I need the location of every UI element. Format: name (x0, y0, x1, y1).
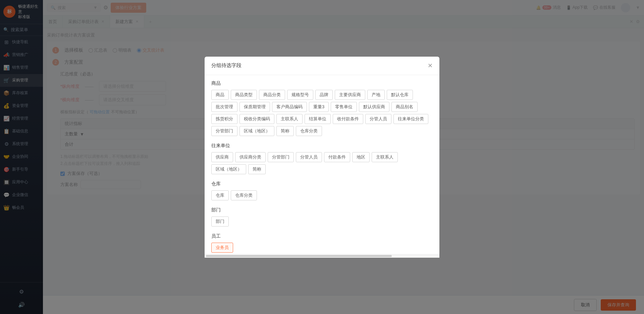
field-tag-0-17[interactable]: 主联系人 (276, 114, 303, 124)
field-tag-1-8[interactable]: 简称 (248, 164, 266, 174)
field-tag-0-21[interactable]: 往来单位分类 (393, 114, 428, 124)
field-tag-0-8[interactable]: 批次管理 (211, 102, 237, 112)
field-tag-0-22[interactable]: 分管部门 (211, 126, 237, 136)
field-tag-1-3[interactable]: 分管人员 (296, 152, 322, 162)
field-tag-0-3[interactable]: 规格型号 (287, 90, 313, 100)
field-group-title-4: 员工 (211, 233, 433, 239)
field-tag-0-6[interactable]: 产地 (367, 90, 385, 100)
field-tag-0-11[interactable]: 重量3 (309, 102, 329, 112)
field-group-title-2: 仓库 (211, 181, 433, 187)
field-tag-0-14[interactable]: 商品别名 (391, 102, 418, 112)
field-group-员工: 员工业务员 (211, 233, 433, 253)
field-tags-1: 供应商供应商分类分管部门分管人员付款条件地区主联系人区域（地区）简称 (211, 152, 433, 174)
field-group-仓库: 仓库仓库仓库分类 (211, 181, 433, 200)
field-tag-0-13[interactable]: 默认供应商 (359, 102, 389, 112)
field-tags-0: 商品商品类型商品分类规格型号品牌主要供应商产地默认仓库批次管理保质期管理客户商品… (211, 90, 433, 136)
field-group-title-3: 部门 (211, 207, 433, 213)
field-tag-1-5[interactable]: 地区 (352, 152, 370, 162)
field-tag-0-1[interactable]: 商品类型 (231, 90, 257, 100)
field-tags-4: 业务员 (211, 243, 433, 253)
field-tag-2-0[interactable]: 仓库 (211, 190, 229, 200)
field-tag-0-5[interactable]: 主要供应商 (335, 90, 365, 100)
field-group-title-1: 往来单位 (211, 143, 433, 149)
field-tag-0-20[interactable]: 分管人员 (365, 114, 391, 124)
field-group-往来单位: 往来单位供应商供应商分类分管部门分管人员付款条件地区主联系人区域（地区）简称 (211, 143, 433, 174)
field-tags-3: 部门 (211, 216, 433, 227)
field-tag-1-7[interactable]: 区域（地区） (211, 164, 246, 174)
field-tag-0-0[interactable]: 商品 (211, 90, 229, 100)
field-tag-0-23[interactable]: 区域（地区） (239, 126, 274, 136)
field-group-title-0: 商品 (211, 80, 433, 86)
field-tag-0-25[interactable]: 仓库分类 (296, 126, 322, 136)
field-select-modal: 分组待选字段 ✕ 商品商品商品类型商品分类规格型号品牌主要供应商产地默认仓库批次… (205, 57, 439, 258)
modal-header: 分组待选字段 ✕ (205, 57, 439, 75)
field-tag-1-4[interactable]: 付款条件 (324, 152, 350, 162)
field-tag-0-4[interactable]: 品牌 (315, 90, 333, 100)
field-tag-3-0[interactable]: 部门 (211, 216, 229, 227)
field-tags-2: 仓库仓库分类 (211, 190, 433, 200)
field-tag-0-10[interactable]: 客户商品编码 (272, 102, 307, 112)
field-tag-0-15[interactable]: 拣货积分 (211, 114, 237, 124)
hscroll-thumb[interactable] (206, 255, 392, 257)
field-tag-0-19[interactable]: 收付款条件 (333, 114, 363, 124)
modal-hscroll[interactable] (205, 254, 439, 257)
modal-body[interactable]: 商品商品商品类型商品分类规格型号品牌主要供应商产地默认仓库批次管理保质期管理客户… (205, 75, 439, 254)
field-tag-1-0[interactable]: 供应商 (211, 152, 233, 162)
field-tag-0-12[interactable]: 零售单位 (331, 102, 357, 112)
modal-title: 分组待选字段 (211, 62, 241, 69)
field-tag-1-2[interactable]: 分管部门 (268, 152, 294, 162)
field-tag-1-1[interactable]: 供应商分类 (235, 152, 266, 162)
field-tag-0-7[interactable]: 默认仓库 (387, 90, 413, 100)
field-tag-0-2[interactable]: 商品分类 (259, 90, 285, 100)
field-tag-0-18[interactable]: 结算单位 (305, 114, 331, 124)
field-tag-2-1[interactable]: 仓库分类 (231, 190, 257, 200)
field-tag-4-0[interactable]: 业务员 (211, 243, 233, 253)
field-tag-0-24[interactable]: 简称 (276, 126, 294, 136)
field-group-部门: 部门部门 (211, 207, 433, 227)
field-tag-0-9[interactable]: 保质期管理 (239, 102, 270, 112)
field-group-商品: 商品商品商品类型商品分类规格型号品牌主要供应商产地默认仓库批次管理保质期管理客户… (211, 80, 433, 136)
field-tag-0-16[interactable]: 税收分类编码 (239, 114, 274, 124)
modal-close-icon[interactable]: ✕ (428, 62, 433, 69)
field-tag-1-6[interactable]: 主联系人 (372, 152, 398, 162)
modal-overlay: 分组待选字段 ✕ 商品商品商品类型商品分类规格型号品牌主要供应商产地默认仓库批次… (0, 0, 644, 314)
